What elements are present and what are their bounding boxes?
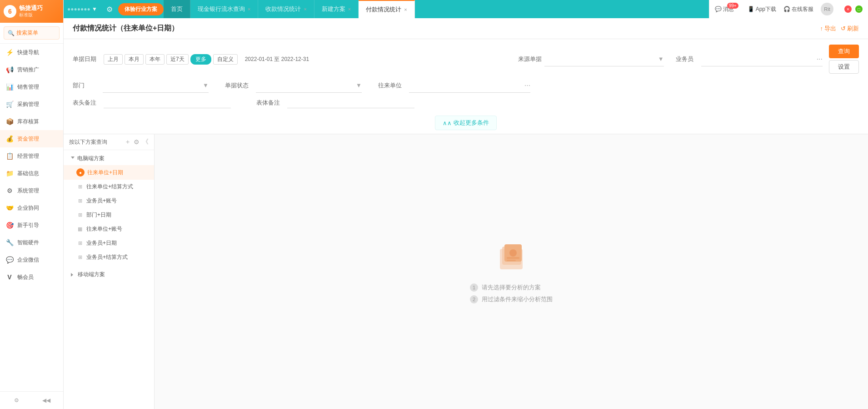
page-title: 付款情况统计（往来单位+日期） bbox=[73, 24, 179, 33]
messages-button[interactable]: 💬 消息 99+ bbox=[715, 5, 734, 13]
dept-label: 部门 bbox=[73, 81, 95, 90]
sidebar-settings-button[interactable]: ⚙ bbox=[4, 395, 30, 405]
header-note-input[interactable] bbox=[104, 97, 231, 108]
desktop-group-title[interactable]: 电脑端方案 bbox=[64, 152, 154, 165]
scheme-item-staff-account[interactable]: ⊞ 业务员+账号 bbox=[64, 194, 154, 208]
sidebar-item-enterprise[interactable]: 🤝 企业协同 bbox=[0, 199, 63, 217]
topbar-settings-button[interactable]: ⚙ bbox=[101, 5, 118, 14]
date-btn-last-7days[interactable]: 近7天 bbox=[166, 54, 189, 65]
date-btn-more[interactable]: 更多 bbox=[190, 54, 211, 65]
sidebar-item-finance[interactable]: 💰 资金管理 bbox=[0, 130, 63, 147]
empty-state: 1 请先选择要分析的方案 2 用过滤条件来缩小分析范围 bbox=[470, 240, 553, 303]
right-content: 1 请先选择要分析的方案 2 用过滤条件来缩小分析范围 bbox=[155, 134, 868, 409]
tab-bank-flow[interactable]: 现金银行流水查询 × bbox=[190, 0, 258, 18]
window-close-button[interactable]: × bbox=[844, 5, 852, 13]
company-name: ●●●●●●● bbox=[67, 6, 90, 12]
company-selector[interactable]: ●●●●●●● ▼ bbox=[64, 6, 101, 12]
sidebar-item-quick-nav[interactable]: ⚡ 快捷导航 bbox=[0, 44, 63, 61]
doc-status-select-wrap[interactable]: ▼ bbox=[256, 78, 362, 93]
tab-receivable-stat[interactable]: 收款情况统计 × bbox=[258, 0, 314, 18]
scheme-item-label: 业务员+账号 bbox=[86, 197, 117, 205]
window-maximize-button[interactable]: □ bbox=[855, 5, 863, 13]
export-button[interactable]: ↑ 导出 bbox=[820, 25, 837, 33]
tab-home[interactable]: 首页 bbox=[164, 0, 190, 18]
sidebar-collapse-button[interactable]: ◀◀ bbox=[34, 395, 60, 405]
scheme-item-dept-date[interactable]: ⊞ 部门+日期 bbox=[64, 208, 154, 222]
scheme-settings-button[interactable]: ⚙ bbox=[134, 138, 140, 146]
empty-state-icon bbox=[493, 240, 529, 276]
sidebar-item-smart-hw[interactable]: 🔧 智能硬件 bbox=[0, 234, 63, 251]
sidebar-item-purchase[interactable]: 🛒 采购管理 bbox=[0, 96, 63, 113]
sidebar-item-system[interactable]: ⚙ 系统管理 bbox=[0, 182, 63, 199]
related-unit-select-wrap[interactable]: ··· bbox=[409, 78, 530, 93]
sidebar-item-label: 经营管理 bbox=[17, 152, 39, 160]
collapse-button[interactable]: ∧∧ 收起更多条件 bbox=[435, 116, 497, 130]
scheme-item-label: 往来单位+日期 bbox=[87, 169, 123, 177]
body-note-input[interactable] bbox=[287, 97, 414, 108]
date-label: 单据日期 bbox=[73, 55, 96, 63]
source-doc-select-wrap[interactable]: ▼ bbox=[544, 52, 664, 66]
dept-select-wrap[interactable]: ▼ bbox=[103, 78, 209, 93]
related-unit-ellipsis[interactable]: ··· bbox=[524, 81, 530, 90]
sidebar-item-basic-info[interactable]: 📁 基础信息 bbox=[0, 165, 63, 182]
topbar-user-area: 💬 消息 99+ 📱 App下载 🎧 在线客服 Rit × □ bbox=[709, 0, 868, 18]
app-title-block: 畅捷通巧 标准版 bbox=[19, 5, 43, 18]
tab-payment-stat[interactable]: 付款情况统计 × bbox=[359, 0, 414, 18]
collapse-panel-button[interactable]: 《 bbox=[142, 138, 149, 146]
purchase-icon: 🛒 bbox=[5, 100, 14, 108]
date-btn-custom[interactable]: 自定义 bbox=[213, 54, 238, 65]
tab-bank-flow-close[interactable]: × bbox=[248, 6, 250, 12]
online-service-icon: 🎧 bbox=[783, 6, 790, 12]
sidebar-item-vip[interactable]: V 畅会员 bbox=[0, 268, 63, 286]
tab-payment-stat-close[interactable]: × bbox=[404, 7, 407, 12]
mobile-group-title[interactable]: 移动端方案 bbox=[64, 268, 154, 281]
sidebar-item-marketing[interactable]: 📢 营销推广 bbox=[0, 61, 63, 78]
doc-status-arrow: ▼ bbox=[356, 82, 362, 89]
collapse-label: 收起更多条件 bbox=[454, 119, 489, 127]
tab-new-scheme[interactable]: 新建方案 × bbox=[314, 0, 359, 18]
related-unit-input[interactable] bbox=[409, 80, 523, 91]
sidebar-item-operation[interactable]: 📋 经营管理 bbox=[0, 147, 63, 165]
scheme-item-staff-settlement[interactable]: ⊞ 业务员+结算方式 bbox=[64, 250, 154, 264]
tab-new-scheme-close[interactable]: × bbox=[348, 6, 351, 12]
add-scheme-button[interactable]: ＋ bbox=[125, 138, 131, 146]
refresh-button[interactable]: ↺ 刷新 bbox=[841, 25, 859, 33]
tip-2-text: 用过滤条件来缩小分析范围 bbox=[482, 295, 553, 303]
scheme-item-unit-date[interactable]: ● 往来单位+日期 bbox=[64, 165, 154, 180]
topbar: ●●●●●●● ▼ ⚙ 体验行业方案 首页 现金银行流水查询 × 收款情况统计 … bbox=[64, 0, 868, 18]
tab-receivable-stat-close[interactable]: × bbox=[304, 6, 306, 12]
left-panel-actions: ＋ ⚙ 《 bbox=[125, 138, 149, 146]
newbie-icon: 🎯 bbox=[5, 221, 14, 229]
doc-status-input[interactable] bbox=[256, 80, 356, 91]
sidebar-item-enterprise-wechat[interactable]: 💬 企业微信 bbox=[0, 251, 63, 268]
scheme-item-unit-account[interactable]: ▦ 往来单位+账号 bbox=[64, 222, 154, 236]
user-avatar[interactable]: Rit bbox=[821, 3, 833, 15]
tabs-container: 首页 现金银行流水查询 × 收款情况统计 × 新建方案 × 付款情况统计 × bbox=[164, 0, 709, 18]
tip-1-num: 1 bbox=[470, 283, 478, 292]
source-doc-input[interactable] bbox=[544, 54, 658, 64]
app-download-icon: 📱 bbox=[748, 6, 754, 12]
staff-input[interactable] bbox=[701, 54, 815, 64]
marketing-icon: 📢 bbox=[5, 66, 14, 74]
search-menu-button[interactable]: 🔍 搜索菜单 bbox=[4, 26, 60, 40]
sidebar-item-sales[interactable]: 📊 销售管理 bbox=[0, 78, 63, 96]
online-service-button[interactable]: 🎧 在线客服 bbox=[783, 5, 813, 13]
sidebar-item-newbie[interactable]: 🎯 新手引导 bbox=[0, 217, 63, 234]
svg-point-3 bbox=[509, 249, 517, 257]
scheme-item-unit-settlement[interactable]: ⊞ 往来单位+结算方式 bbox=[64, 180, 154, 194]
date-btn-last-month[interactable]: 上月 bbox=[104, 54, 123, 65]
filter-settings-button[interactable]: 设置 bbox=[829, 60, 859, 74]
date-btn-this-year[interactable]: 本年 bbox=[145, 54, 165, 65]
staff-ellipsis[interactable]: ··· bbox=[817, 55, 823, 63]
sidebar-item-inventory[interactable]: 📦 库存核算 bbox=[0, 113, 63, 130]
filter-rows: 单据日期 上月 本月 本年 近7天 更多 自定义 2022-01-01 至 20… bbox=[64, 39, 868, 112]
app-download-button[interactable]: 📱 App下载 bbox=[748, 5, 776, 13]
dept-input[interactable] bbox=[103, 80, 203, 91]
sidebar-item-label: 企业微信 bbox=[17, 256, 39, 264]
scheme-item-staff-date[interactable]: ⊞ 业务员+日期 bbox=[64, 236, 154, 250]
sidebar-search-section: 🔍 搜索菜单 bbox=[0, 23, 63, 44]
try-industry-button[interactable]: 体验行业方案 bbox=[118, 3, 164, 15]
date-btn-this-month[interactable]: 本月 bbox=[125, 54, 144, 65]
query-button[interactable]: 查询 bbox=[829, 45, 859, 58]
staff-select-wrap[interactable]: ··· bbox=[701, 52, 823, 66]
